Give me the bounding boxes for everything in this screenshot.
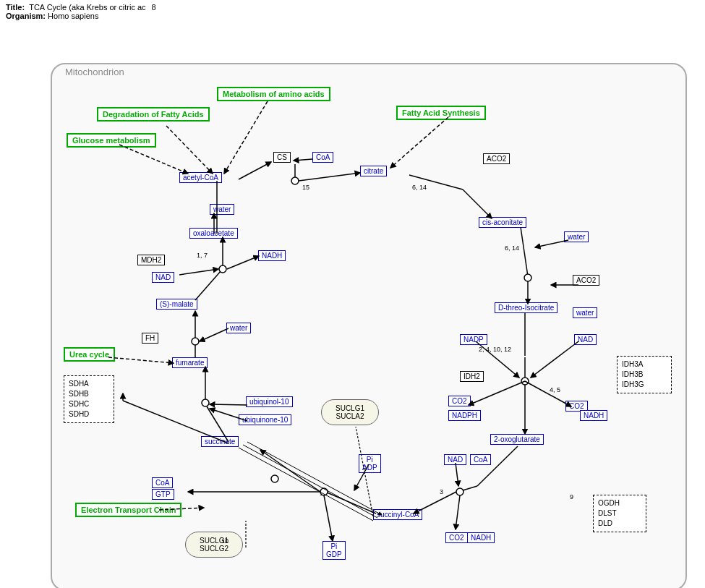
gene-group-ogdh: OGDH DLST DLD <box>593 495 646 532</box>
mitochondrion-label: Mitochondrion <box>65 67 124 77</box>
num-2-4-10-12: 2, 4, 10, 12 <box>479 346 511 353</box>
met-pi-adp[interactable]: Pi ADP <box>359 454 381 473</box>
gene-dlst[interactable]: DLST <box>598 508 641 519</box>
main-diagram: Mitochondrion Degradation of Fatty Acids… <box>0 23 705 587</box>
met-water-right2[interactable]: water <box>573 307 597 318</box>
met-nadh-bottom[interactable]: NADH <box>467 532 495 543</box>
met-nadh-right[interactable]: NADH <box>580 410 607 421</box>
num-6-14-right: 6, 14 <box>505 244 519 252</box>
met-nad-right[interactable]: NAD <box>444 454 466 465</box>
gene-idh3b[interactable]: IDH3B <box>622 370 667 380</box>
ext-glucose-metabolism[interactable]: Glucose metabolism <box>67 133 156 148</box>
met-acetyl-coa[interactable]: acetyl-CoA <box>179 172 222 183</box>
enz-mdh2[interactable]: MDH2 <box>137 255 165 265</box>
organism-value: Homo sapiens <box>48 12 98 20</box>
gene-sdhc[interactable]: SDHC <box>69 399 109 409</box>
met-2-oxoglutarate[interactable]: 2-oxoglutarate <box>490 434 544 445</box>
ext-urea-cycle[interactable]: Urea cycle <box>64 347 115 362</box>
enz-aco2-right[interactable]: ACO2 <box>573 275 599 286</box>
met-nadph[interactable]: NADPH <box>448 410 481 421</box>
suclg2-label: SUCLG2 <box>200 545 228 553</box>
met-succinyl-coa[interactable]: succinyl-CoA <box>373 509 422 520</box>
met-s-malate[interactable]: (S)-malate <box>156 299 197 310</box>
enz-fh[interactable]: FH <box>142 333 158 344</box>
met-nadh-top[interactable]: NADH <box>258 250 286 261</box>
page: Title: TCA Cycle (aka Krebs or citric ac… <box>0 0 705 587</box>
num-3: 3 <box>440 488 443 495</box>
oval-suclg-bottom[interactable]: SUCLG1 SUCLG2 <box>185 532 243 558</box>
num-1-7: 1, 7 <box>197 252 208 259</box>
met-coa-top[interactable]: CoA <box>312 152 333 163</box>
met-d-threo-isocitrate[interactable]: D-threo-Isocitrate <box>495 302 557 313</box>
met-co2-mid[interactable]: CO2 <box>448 396 471 406</box>
met-citrate[interactable]: citrate <box>360 166 387 176</box>
gene-dld[interactable]: DLD <box>598 519 641 529</box>
suclg1-top-label: SUCLG1 <box>336 404 364 412</box>
organism-label: Organism: <box>6 12 48 20</box>
gene-sdhd[interactable]: SDHD <box>69 409 109 419</box>
oval-suclg-top[interactable]: SUCLG1 SUCLA2 <box>321 399 379 425</box>
enz-aco2-top[interactable]: ACO2 <box>483 153 510 164</box>
gene-idh3g[interactable]: IDH3G <box>622 380 667 390</box>
num-15: 15 <box>302 184 309 191</box>
gene-sdhb[interactable]: SDHB <box>69 389 109 399</box>
gene-sdha[interactable]: SDHA <box>69 379 109 389</box>
met-nad-top[interactable]: NAD <box>152 272 174 283</box>
met-co2-bottom[interactable]: CO2 <box>445 532 468 543</box>
met-water-top[interactable]: water <box>210 204 234 215</box>
title-value: TCA Cycle (aka Krebs or citric ac <box>29 3 145 12</box>
ext-electron-transport[interactable]: Electron Transport Chain <box>75 503 181 517</box>
met-water-right[interactable]: water <box>564 231 589 242</box>
ext-fatty-acid-synthesis[interactable]: Fatty Acid Synthesis <box>396 106 486 120</box>
met-nadp[interactable]: NADP <box>460 334 487 345</box>
met-gtp[interactable]: GTP <box>152 489 174 500</box>
num-10: 10 <box>221 537 228 545</box>
title-number: 8 <box>152 3 156 12</box>
met-cis-aconitate[interactable]: cis-aconitate <box>479 217 526 228</box>
met-coa-bottom[interactable]: CoA <box>152 477 173 488</box>
met-coa-right[interactable]: CoA <box>470 454 491 465</box>
met-succinate[interactable]: succinate <box>201 436 239 447</box>
ext-degradation-fatty-acids[interactable]: Degradation of Fatty Acids <box>97 107 210 122</box>
header: Title: TCA Cycle (aka Krebs or citric ac… <box>0 0 705 23</box>
met-ubiquinone-10[interactable]: ubiquinone-10 <box>239 414 291 425</box>
met-nad-right2[interactable]: NAD <box>574 334 597 345</box>
met-oxaloacetate[interactable]: oxaloacetate <box>189 228 238 239</box>
enz-cs[interactable]: CS <box>273 152 291 163</box>
title-label: Title: <box>6 3 29 12</box>
met-pi-gdp[interactable]: Pi GDP <box>322 541 346 560</box>
num-6-14-top: 6, 14 <box>412 184 427 191</box>
met-fumarate[interactable]: fumarate <box>172 357 208 368</box>
met-ubiquinol-10[interactable]: ubiquinol-10 <box>246 396 293 407</box>
gene-group-sdh: SDHA SDHB SDHC SDHD <box>64 375 114 423</box>
enz-idh2[interactable]: IDH2 <box>460 371 484 382</box>
sucla2-label: SUCLA2 <box>336 412 364 420</box>
num-11: 11 <box>320 490 327 497</box>
gene-idh3a[interactable]: IDH3A <box>622 359 667 370</box>
ext-metabolism-amino-acids[interactable]: Metabolism of amino acids <box>217 87 330 101</box>
num-4-5: 4, 5 <box>550 386 560 393</box>
gene-group-idh3: IDH3A IDH3B IDH3G <box>617 356 672 393</box>
met-water-left[interactable]: water <box>226 323 251 333</box>
num-9: 9 <box>570 493 573 500</box>
gene-ogdh[interactable]: OGDH <box>598 498 641 508</box>
